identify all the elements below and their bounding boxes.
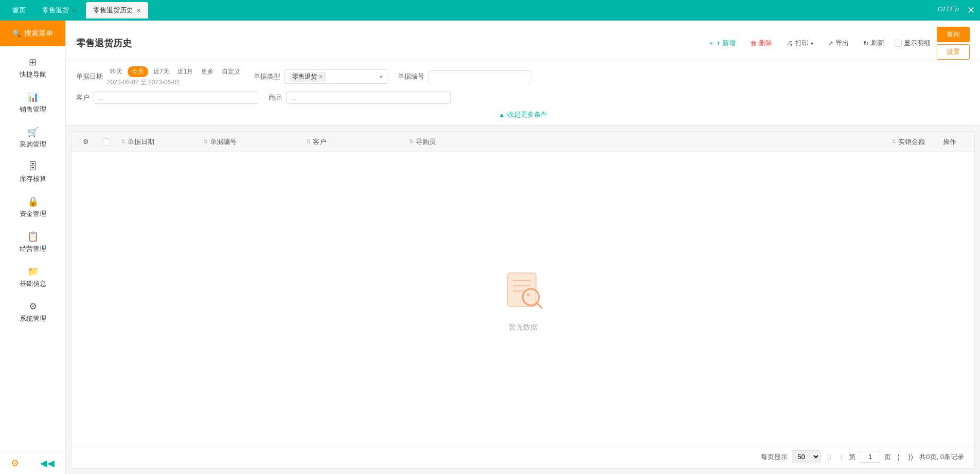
th-action-label: 操作 <box>943 137 956 147</box>
total-info: 共0页, 0条记录 <box>919 452 964 462</box>
per-page-select[interactable]: 10 20 50 100 <box>792 450 821 463</box>
tab-retail-return-history-close[interactable]: ✕ <box>136 7 141 14</box>
refresh-button[interactable]: ↻ 刷新 <box>859 37 888 50</box>
sidebar-item-basic-info-label: 基础信息 <box>20 279 46 288</box>
date-btn-yesterday[interactable]: 昨天 <box>107 66 126 77</box>
table-area: ⚙ ⇅ 单据日期 ⇅ 单据编号 ⇅ 客户 ⇅ <box>71 131 975 469</box>
doc-type-filter: 单据类型 零售退货 ✕ ▾ <box>254 69 387 84</box>
volume-bottom-icon[interactable]: ◀◀ <box>40 458 55 469</box>
tab-retail-return-history-label: 零售退货历史 <box>93 6 133 15</box>
sidebar-item-sales[interactable]: 📊 销售管理 <box>0 85 65 120</box>
date-btn-custom[interactable]: 自定义 <box>219 66 243 77</box>
tab-home[interactable]: 首页 <box>5 2 33 19</box>
page-prev-button[interactable]: ⟨ <box>838 452 845 462</box>
sidebar-search[interactable]: 🔍 搜索菜单 <box>0 21 65 46</box>
doc-type-dropdown-icon: ▾ <box>380 74 383 80</box>
delete-icon: 🗑 <box>750 40 757 47</box>
empty-text: 暂无数据 <box>509 323 538 332</box>
page-label-after: 页 <box>884 452 891 462</box>
export-icon: ↗ <box>828 40 833 47</box>
setting-button[interactable]: 设置 <box>937 44 970 60</box>
sidebar-item-finance-label: 资金管理 <box>20 209 46 218</box>
doc-type-tag-remove[interactable]: ✕ <box>318 74 323 80</box>
collapse-button[interactable]: ▲ 收起更多条件 <box>498 110 547 119</box>
doc-type-select[interactable]: 零售退货 ✕ ▾ <box>284 69 387 84</box>
th-customer[interactable]: ⇅ 客户 <box>302 137 405 147</box>
search-icon: 🔍 <box>12 29 21 38</box>
sidebar-item-sales-label: 销售管理 <box>20 105 46 114</box>
sidebar: 🔍 搜索菜单 ⊞ 快捷导航 📊 销售管理 🛒 采购管理 🗄 库存核算 🔒 <box>0 21 66 474</box>
th-number-label: 单据编号 <box>210 137 237 147</box>
page-number-input[interactable] <box>860 451 880 463</box>
sidebar-search-label: 搜索菜单 <box>24 29 53 38</box>
show-detail-checkbox-container[interactable]: 显示明细 <box>895 39 931 48</box>
page-last-button[interactable]: ⟩⟩ <box>906 452 915 462</box>
export-button[interactable]: ↗ 导出 <box>824 37 853 50</box>
tab-retail-return-label: 零售退货 <box>42 6 69 15</box>
page-first-button[interactable]: ⟨⟨ <box>825 452 834 462</box>
date-btn-1month[interactable]: 近1月 <box>174 66 197 77</box>
goods-dots: ... <box>291 94 296 101</box>
svg-point-6 <box>527 293 530 296</box>
system-icon: ⚙ <box>29 301 37 312</box>
page-title: 零售退货历史 <box>76 37 132 49</box>
show-detail-checkbox[interactable] <box>895 40 902 47</box>
th-customer-label: 客户 <box>313 137 326 147</box>
th-amount[interactable]: ⇅ 实销金额 <box>508 137 929 147</box>
doc-type-label: 单据类型 <box>254 72 280 81</box>
show-detail-label: 显示明细 <box>904 39 931 48</box>
svg-line-5 <box>537 303 542 308</box>
sidebar-item-operations[interactable]: 📋 经营管理 <box>0 225 65 260</box>
sidebar-item-purchase[interactable]: 🛒 采购管理 <box>0 120 65 155</box>
query-button[interactable]: 查询 <box>937 27 970 42</box>
th-settings[interactable]: ⚙ <box>76 138 96 145</box>
th-checkbox[interactable] <box>96 138 117 145</box>
quick-nav-icon: ⊞ <box>29 57 37 68</box>
refresh-icon: ↻ <box>863 40 869 47</box>
date-btn-7days[interactable]: 近7天 <box>150 66 172 77</box>
sidebar-item-quick-nav[interactable]: ⊞ 快捷导航 <box>0 50 65 85</box>
doc-type-tag: 零售退货 ✕ <box>289 72 326 82</box>
print-button[interactable]: 🖨 打印 ▾ <box>782 37 817 50</box>
sidebar-item-quick-nav-label: 快捷导航 <box>20 70 46 79</box>
th-date-label: 单据日期 <box>128 137 154 147</box>
th-action: 操作 <box>929 137 970 147</box>
filter-row-1: 单据日期 昨天 今天 近7天 近1月 更多 自定义 2023-06-02 至 2… <box>76 66 970 87</box>
customer-label: 客户 <box>76 93 90 102</box>
new-button[interactable]: ＋ + 新增 <box>704 37 740 50</box>
th-date[interactable]: ⇅ 单据日期 <box>117 137 199 147</box>
tab-retail-return-close[interactable]: ✕ <box>72 7 77 14</box>
filter-row-2: 客户 ... 商品 ... <box>76 91 970 104</box>
goods-input[interactable]: ... <box>286 91 451 104</box>
refresh-label: 刷新 <box>871 39 884 48</box>
doc-number-input[interactable] <box>429 70 531 83</box>
delete-button[interactable]: 🗑 删除 <box>746 37 776 50</box>
date-btn-today[interactable]: 今天 <box>128 66 148 77</box>
date-btn-more[interactable]: 更多 <box>198 66 217 77</box>
customer-input[interactable]: ... <box>94 91 258 104</box>
th-number[interactable]: ⇅ 单据编号 <box>199 137 302 147</box>
sidebar-item-system[interactable]: ⚙ 系统管理 <box>0 295 65 330</box>
select-all-checkbox[interactable] <box>103 138 110 145</box>
delete-label: 删除 <box>759 39 772 48</box>
goods-label: 商品 <box>269 93 282 102</box>
th-guide[interactable]: ⇅ 导购员 <box>405 137 508 147</box>
print-label: 打印 <box>795 39 809 48</box>
page-header: 零售退货历史 ＋ + 新增 🗑 删除 🖨 打印 ▾ ↗ 导出 <box>66 21 980 60</box>
finance-icon: 🔒 <box>27 196 39 207</box>
doc-number-label: 单据编号 <box>398 72 424 81</box>
sidebar-item-basic-info[interactable]: 📁 基础信息 <box>0 260 65 295</box>
page-next-button[interactable]: ⟩ <box>895 452 902 462</box>
window-close-icon[interactable]: ✕ <box>967 5 975 16</box>
sidebar-item-finance[interactable]: 🔒 资金管理 <box>0 190 65 225</box>
sidebar-item-purchase-label: 采购管理 <box>20 140 46 149</box>
settings-bottom-icon[interactable]: ⚙ <box>11 458 19 469</box>
main-content: 零售退货历史 ＋ + 新增 🗑 删除 🖨 打印 ▾ ↗ 导出 <box>66 21 980 474</box>
tab-retail-return[interactable]: 零售退货 ✕ <box>35 2 84 19</box>
tab-home-label: 首页 <box>12 6 26 15</box>
tab-retail-return-history[interactable]: 零售退货历史 ✕ <box>86 2 148 19</box>
sidebar-item-inventory[interactable]: 🗄 库存核算 <box>0 155 65 190</box>
date-range-text: 2023-06-02 至 2023-06-02 <box>107 78 243 87</box>
collapse-label: 收起更多条件 <box>507 110 547 119</box>
doc-number-filter: 单据编号 <box>398 70 531 83</box>
